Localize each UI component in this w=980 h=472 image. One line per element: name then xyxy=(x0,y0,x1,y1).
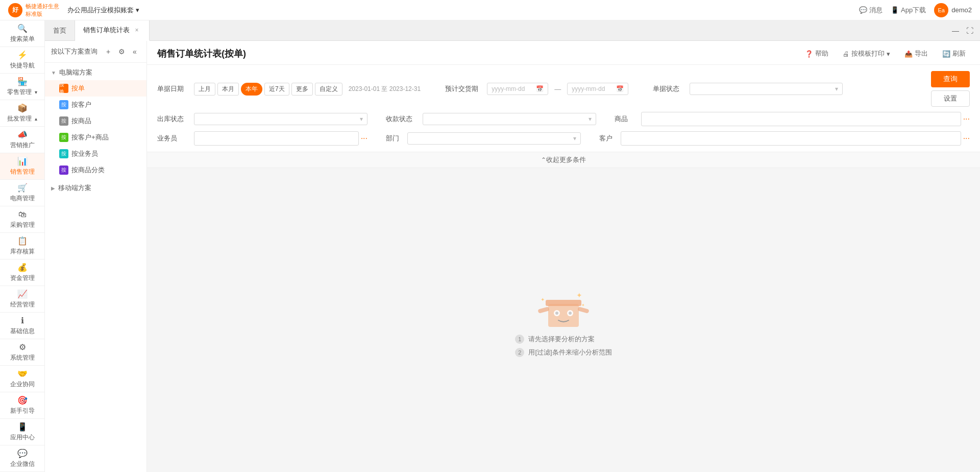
sidebar-item-retail[interactable]: 🏪 零售管理 ▾ xyxy=(0,74,44,100)
chevron-up-icon: ▴ xyxy=(35,116,37,122)
sidebar-item-basic-info[interactable]: ℹ 基础信息 xyxy=(0,313,44,339)
scheme-group-pc: ▼ 电脑端方案 按单 按单 按 按客户 按 按商品 xyxy=(45,63,146,180)
chevron-down-icon: ▼ xyxy=(51,70,56,76)
sidebar-item-ecommerce[interactable]: 🛒 电商管理 xyxy=(0,180,44,206)
sidebar-item-search[interactable]: 🔍 搜索菜单 xyxy=(0,20,44,47)
print-template-button[interactable]: 🖨 按模板打印 ▾ xyxy=(839,47,894,60)
empty-state-image: ✦ ✦ ✦ xyxy=(533,284,594,335)
app-download-action[interactable]: 📱 App下载 xyxy=(891,6,926,15)
tab-maximize-button[interactable]: ⛶ xyxy=(964,25,976,37)
date-more-btn[interactable]: 更多 xyxy=(291,83,313,96)
tab-bar: 首页 销售订单统计表 × — ⛶ xyxy=(45,20,980,41)
scheme-panel: 按以下方案查询 + ⚙ « ▼ 电脑端方案 按单 按单 xyxy=(45,41,147,472)
scheme-item-by-salesperson[interactable]: 按 按业务员 xyxy=(45,146,146,162)
scheme-manage-button[interactable]: ⚙ xyxy=(116,46,127,57)
scheme-item-by-order[interactable]: 按单 按单 xyxy=(45,80,146,97)
company-selector[interactable]: 办公用品行业模拟账套 ▾ xyxy=(63,4,143,17)
export-button[interactable]: 📤 导出 xyxy=(900,47,932,60)
outbound-select[interactable]: ▾ xyxy=(194,113,368,125)
chevron-down-icon: ▾ xyxy=(35,89,37,95)
settings-button[interactable]: 设置 xyxy=(931,90,970,107)
date-this-month-btn[interactable]: 本月 xyxy=(217,83,239,96)
export-icon: 📤 xyxy=(904,50,913,58)
tab-sales-report[interactable]: 销售订单统计表 × xyxy=(75,20,150,41)
purchase-icon: 🛍 xyxy=(18,210,27,219)
chevron-down-icon: ▾ xyxy=(136,6,139,14)
scheme-item-by-product[interactable]: 按 按商品 xyxy=(45,113,146,129)
tab-home[interactable]: 首页 xyxy=(45,20,75,41)
message-icon: 💬 xyxy=(859,6,867,14)
tab-minimize-button[interactable]: — xyxy=(949,25,962,37)
sidebar-item-wholesale[interactable]: 📦 批发管理 ▴ xyxy=(0,100,44,127)
tab-close-icon[interactable]: × xyxy=(133,26,141,34)
payment-select[interactable]: ▾ xyxy=(423,113,596,125)
sidebar-item-guide[interactable]: 🎯 新手引导 xyxy=(0,392,44,419)
page-title: 销售订单统计表(按单) xyxy=(157,48,246,60)
product-label: 商品 xyxy=(615,114,635,124)
sidebar-item-sales[interactable]: 📊 销售管理 xyxy=(0,153,44,180)
chevron-down-icon: ▾ xyxy=(573,135,576,142)
header-right: 💬 消息 📱 App下载 Ea demo2 xyxy=(859,3,972,17)
chevron-up-icon: ⌃ xyxy=(541,156,546,163)
scheme-item-by-customer-product[interactable]: 按 按客户+商品 xyxy=(45,129,146,146)
date-this-year-btn[interactable]: 本年 xyxy=(241,83,262,96)
salesperson-input[interactable] xyxy=(194,131,359,146)
tab-controls: — ⛶ xyxy=(949,25,980,37)
scheme-item-by-customer[interactable]: 按 按客户 xyxy=(45,97,146,113)
date-custom-btn[interactable]: 自定义 xyxy=(315,83,342,96)
avatar: Ea xyxy=(934,3,948,17)
dept-select[interactable]: ▾ xyxy=(407,132,581,145)
filter-row-1: 单据日期 上月 本月 本年 近7天 更多 自定义 2023-01-01 至 20… xyxy=(157,71,970,107)
enterprise-wechat-icon: 💬 xyxy=(17,449,28,458)
svg-rect-6 xyxy=(537,306,549,313)
user-profile[interactable]: Ea demo2 xyxy=(934,3,972,17)
sidebar-item-marketing[interactable]: 📣 营销推广 xyxy=(0,127,44,153)
expected-date-from-input[interactable]: yyyy-mm-dd 📅 xyxy=(487,83,548,95)
expected-date-label: 预计交货期 xyxy=(445,84,481,93)
query-button[interactable]: 查询 xyxy=(931,71,970,87)
salesperson-dots-button[interactable]: ··· xyxy=(361,134,368,143)
guide-icon: 🎯 xyxy=(17,395,28,405)
sidebar-item-collaboration[interactable]: 🤝 企业协同 xyxy=(0,366,44,392)
logo-text: 畅捷通好生意 标准版 xyxy=(26,3,59,17)
sidebar-item-purchase[interactable]: 🛍 采购管理 xyxy=(0,206,44,233)
sidebar-item-app-center[interactable]: 📱 应用中心 xyxy=(0,419,44,445)
sidebar-item-operations[interactable]: 📈 经营管理 xyxy=(0,286,44,313)
help-button[interactable]: ❓ 帮助 xyxy=(801,47,832,60)
calendar-icon-2: 📅 xyxy=(616,85,624,92)
svg-rect-1 xyxy=(546,300,581,306)
help-icon: ❓ xyxy=(805,50,813,58)
customer-input[interactable] xyxy=(621,131,961,146)
scheme-group-mobile-header[interactable]: ▶ 移动端方案 xyxy=(45,180,146,196)
svg-rect-7 xyxy=(577,306,589,313)
retail-icon: 🏪 xyxy=(17,77,28,86)
sidebar-item-inventory[interactable]: 📋 库存核算 xyxy=(0,233,44,259)
date-last7-btn[interactable]: 近7天 xyxy=(264,83,289,96)
message-action[interactable]: 💬 消息 xyxy=(859,6,883,15)
product-input[interactable] xyxy=(641,112,961,126)
sidebar-item-system[interactable]: ⚙ 系统管理 xyxy=(0,339,44,366)
product-dots-button[interactable]: ··· xyxy=(963,114,970,124)
filter-row-2: 出库状态 ▾ 收款状态 ▾ 商品 xyxy=(157,112,970,126)
scheme-add-button[interactable]: + xyxy=(103,46,114,57)
sidebar-item-quick-nav[interactable]: ⚡ 快捷导航 xyxy=(0,47,44,74)
status-select[interactable]: ▾ xyxy=(690,83,843,95)
date-last-month-btn[interactable]: 上月 xyxy=(194,83,215,96)
scheme-icon-by-product: 按 xyxy=(59,116,68,126)
scheme-panel-header: 按以下方案查询 + ⚙ « xyxy=(45,41,146,63)
scheme-group-pc-header[interactable]: ▼ 电脑端方案 xyxy=(45,65,146,80)
app-center-icon: 📱 xyxy=(17,422,28,432)
customer-dots-button[interactable]: ··· xyxy=(963,134,970,143)
date-label: 单据日期 xyxy=(157,84,188,93)
sidebar-item-enterprise-wechat[interactable]: 💬 企业微信 xyxy=(0,445,44,472)
top-header: 好 畅捷通好生意 标准版 办公用品行业模拟账套 ▾ 💬 消息 📱 App下载 E… xyxy=(0,0,980,20)
collapse-row[interactable]: ⌃ 收起更多条件 xyxy=(147,152,980,168)
page-header-actions: ❓ 帮助 🖨 按模板打印 ▾ 📤 导出 🔄 xyxy=(801,47,970,60)
scheme-collapse-button[interactable]: « xyxy=(129,46,140,57)
marketing-icon: 📣 xyxy=(17,130,28,139)
scheme-item-by-category[interactable]: 按 按商品分类 xyxy=(45,162,146,178)
refresh-button[interactable]: 🔄 刷新 xyxy=(938,47,970,60)
sidebar-item-finance[interactable]: 💰 资金管理 xyxy=(0,259,44,286)
date-range-display: 2023-01-01 至 2023-12-31 xyxy=(349,85,421,93)
expected-date-to-input[interactable]: yyyy-mm-dd 📅 xyxy=(567,83,628,95)
